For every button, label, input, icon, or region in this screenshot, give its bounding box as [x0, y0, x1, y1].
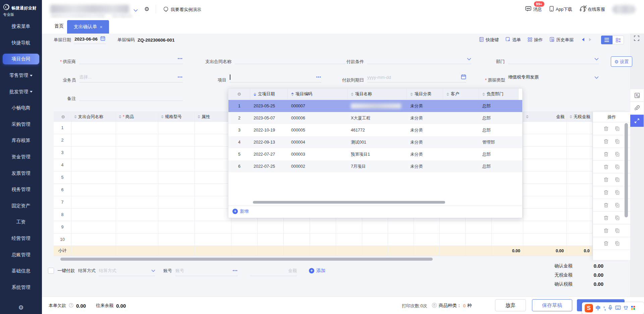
- remark-field[interactable]: [79, 91, 183, 101]
- grid-cell[interactable]: [71, 171, 116, 184]
- grid-col-属性[interactable]: 属性: [195, 112, 231, 122]
- sort-icons[interactable]: [161, 115, 164, 118]
- grid-cell[interactable]: [116, 221, 158, 233]
- sort-icons[interactable]: [351, 93, 354, 96]
- close-page-icon[interactable]: ✕: [583, 4, 587, 11]
- abandon-button[interactable]: 放弃: [495, 299, 526, 311]
- grid-cell[interactable]: [492, 221, 523, 233]
- fullscreen-icon[interactable]: [634, 36, 639, 42]
- grid-cell[interactable]: [71, 147, 116, 159]
- sidebar-item-零售管理[interactable]: 零售管理: [0, 67, 42, 84]
- grid-cell[interactable]: [523, 171, 567, 184]
- one-click-pay-checkbox[interactable]: [48, 268, 54, 274]
- grid-cell[interactable]: [523, 147, 567, 159]
- grid-cell[interactable]: [71, 122, 116, 134]
- grid-cell[interactable]: [158, 134, 195, 147]
- popup-col-客户[interactable]: 客户: [443, 89, 479, 100]
- doc-date-field[interactable]: 2023-06-06: [74, 36, 106, 44]
- sidebar-item-资金管理[interactable]: 资金管理: [0, 149, 42, 165]
- grid-cell[interactable]: [195, 171, 231, 184]
- grid-cell[interactable]: [195, 134, 231, 147]
- grid-cell[interactable]: [195, 122, 231, 134]
- topbar-gear-icon[interactable]: ⚙: [144, 6, 149, 13]
- ime-lang-indicator[interactable]: 中: [596, 305, 601, 311]
- grid-cell[interactable]: [310, 233, 336, 246]
- grid-cell[interactable]: [195, 159, 231, 171]
- contract-name-field[interactable]: [235, 54, 345, 64]
- grid-col-金额[interactable]: 金额: [523, 112, 567, 122]
- grid-cell[interactable]: [116, 147, 158, 159]
- sidebar-item-发票管理[interactable]: 发票管理: [0, 165, 42, 181]
- grid-cell[interactable]: [523, 221, 567, 233]
- sort-icons[interactable]: [446, 93, 449, 96]
- chevron-down-icon[interactable]: [467, 56, 471, 61]
- chevron-down-icon[interactable]: [151, 268, 155, 273]
- sort-icons[interactable]: [74, 115, 77, 118]
- grid-cell[interactable]: [466, 233, 492, 246]
- grid-cell[interactable]: [71, 196, 116, 209]
- popup-project-row[interactable]: 42022-09-13000004测试001未分类管理部: [228, 136, 522, 148]
- grid-cell[interactable]: [567, 159, 593, 171]
- grid-cell[interactable]: [523, 233, 567, 246]
- sidebar-item-经营管理[interactable]: 经营管理: [0, 230, 42, 247]
- project-picker-icon[interactable]: ⋯: [316, 75, 321, 79]
- sort-icons[interactable]: [198, 115, 200, 118]
- list-view-toggle[interactable]: [601, 36, 612, 44]
- prev-arrow-icon[interactable]: [582, 38, 585, 43]
- popup-column-settings-gear-icon[interactable]: ⚙: [237, 92, 241, 97]
- question-circle-icon[interactable]: ?: [69, 303, 73, 309]
- project-field[interactable]: ⋯: [230, 72, 321, 83]
- grid-cell[interactable]: [567, 171, 593, 184]
- invoice-type-select[interactable]: 增值税专用发票: [508, 72, 599, 83]
- grid-cell[interactable]: [116, 196, 158, 209]
- grid-cell[interactable]: [195, 209, 231, 221]
- copy-row-icon[interactable]: [614, 152, 620, 157]
- copy-row-icon[interactable]: [614, 139, 620, 144]
- sidebar-item-项目合同[interactable]: 项目合同: [0, 51, 42, 67]
- copy-row-icon[interactable]: [614, 190, 620, 195]
- supplier-picker-icon[interactable]: ⋯: [177, 57, 183, 60]
- delete-row-icon[interactable]: [604, 152, 608, 157]
- grid-row[interactable]: 9: [54, 221, 630, 233]
- grid-cell[interactable]: [567, 184, 593, 196]
- grid-cell[interactable]: [523, 196, 567, 209]
- sidebar-item-库存核算[interactable]: 库存核算: [0, 133, 42, 149]
- ime-mic-icon[interactable]: [608, 305, 612, 311]
- grid-cell[interactable]: [195, 221, 231, 233]
- grid-col-商品[interactable]: *商品: [116, 112, 158, 122]
- salesman-field[interactable]: 选择...⋯: [79, 72, 183, 83]
- grid-cell[interactable]: [567, 221, 593, 233]
- grid-cell[interactable]: [195, 196, 231, 209]
- pay-terms-select[interactable]: [367, 54, 471, 64]
- attachment-paperclip-button[interactable]: [630, 102, 644, 114]
- popup-project-row[interactable]: 22023-05-07000006X大厦工程未分类总部: [228, 112, 522, 124]
- due-date-field[interactable]: yyyy-mm-dd: [367, 72, 466, 83]
- popup-project-row[interactable]: 62022-07-250000027月项目未分类总部: [228, 160, 522, 172]
- sort-icons[interactable]: [254, 93, 256, 96]
- grid-cell[interactable]: [158, 122, 195, 134]
- grid-cell[interactable]: [116, 184, 158, 196]
- grid-cell[interactable]: [116, 122, 158, 134]
- redacted-user-name[interactable]: [612, 5, 635, 14]
- grid-cell[interactable]: [158, 196, 195, 209]
- grid-cell[interactable]: [523, 184, 567, 196]
- sidebar-item-快捷导航[interactable]: 快捷导航: [0, 35, 42, 51]
- copy-row-icon[interactable]: [614, 203, 620, 208]
- grid-cell[interactable]: [523, 209, 567, 221]
- account-field[interactable]: 账号 ⋯: [175, 266, 238, 276]
- grid-cell[interactable]: [388, 221, 414, 233]
- settle-method-select[interactable]: 结算方式: [99, 266, 155, 276]
- sidebar-item-小畅电商[interactable]: 小畅电商: [0, 100, 42, 116]
- grid-cell[interactable]: [362, 221, 388, 233]
- popup-col-项目名称[interactable]: 项目名称: [347, 89, 407, 100]
- add-payment-button[interactable]: + 添加: [309, 268, 325, 274]
- ime-grid-icon[interactable]: [631, 306, 635, 311]
- copy-row-icon[interactable]: [614, 215, 620, 220]
- ime-logo-icon[interactable]: S: [585, 304, 593, 312]
- settings-button[interactable]: ⚙ 设置: [611, 56, 632, 67]
- expand-table-button[interactable]: [630, 115, 644, 127]
- grid-cell[interactable]: [195, 233, 231, 246]
- sidebar-item-批发管理[interactable]: 批发管理: [0, 84, 42, 100]
- popup-add-new-button[interactable]: + 新增: [232, 208, 249, 214]
- history-docs-button[interactable]: 历史单据: [549, 37, 574, 43]
